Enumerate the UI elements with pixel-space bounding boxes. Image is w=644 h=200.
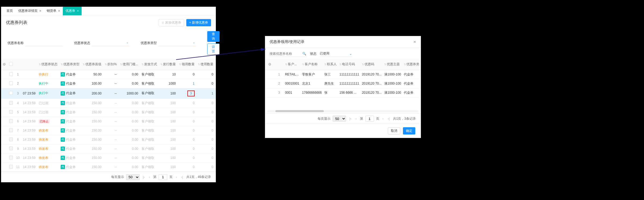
- prev-page-button[interactable]: ‹: [148, 175, 151, 179]
- prev-page-button[interactable]: ‹: [355, 117, 358, 121]
- row-checkbox-cell[interactable]: [8, 135, 14, 144]
- tab-销货单[interactable]: 销货单✕: [44, 7, 63, 15]
- row-checkbox-cell[interactable]: [8, 126, 14, 135]
- claim-link[interactable]: 1: [193, 82, 195, 85]
- row-checkbox-cell[interactable]: [8, 153, 14, 162]
- row-checkbox-cell[interactable]: [8, 99, 14, 108]
- per-page-select[interactable]: 50: [126, 174, 140, 180]
- next-page-button[interactable]: ›: [175, 175, 178, 179]
- column-header[interactable]: ⇅使用数量: [196, 59, 215, 70]
- table-row[interactable]: 1 RETAIL... 零散客户 张三 11111111111 2019120 …: [265, 70, 421, 79]
- row-checkbox-cell[interactable]: [8, 79, 14, 88]
- horizontal-scrollbar[interactable]: [267, 110, 419, 112]
- column-header[interactable]: ⇅使用门槛...: [118, 59, 140, 70]
- chevron-down-icon: ⌄: [349, 52, 352, 56]
- row-checkbox-cell[interactable]: [8, 162, 14, 172]
- checkbox[interactable]: [9, 156, 13, 159]
- row-checkbox-cell[interactable]: [8, 70, 14, 79]
- checkbox[interactable]: [9, 81, 13, 85]
- close-icon[interactable]: ✕: [39, 9, 41, 12]
- settings-button[interactable]: 设置: [207, 43, 220, 55]
- page-input[interactable]: [159, 174, 167, 180]
- column-header[interactable]: ⇅优惠券状态: [37, 59, 59, 70]
- ok-button[interactable]: 确定: [403, 127, 415, 134]
- page-input[interactable]: [365, 116, 374, 122]
- column-label: 优惠码: [365, 62, 374, 66]
- filter-status-select[interactable]: ⌄: [92, 40, 129, 46]
- column-header[interactable]: ⇅电话号码: [338, 59, 360, 70]
- column-header[interactable]: ⇅联系人: [323, 59, 338, 70]
- table-row[interactable]: 1 待执行 代代金券 50.00 -- 0.00 客户领取 10 0 0 ⇱ ▦: [1, 70, 216, 79]
- column-header[interactable]: ⇅发放方式: [140, 59, 159, 70]
- tab-label: 销货单: [47, 9, 56, 13]
- column-header[interactable]: ⇅优惠券类型: [59, 59, 81, 70]
- column-header[interactable]: ⇅领用数量: [177, 59, 196, 70]
- first-page-button[interactable]: |‹: [142, 175, 146, 179]
- checkbox[interactable]: [9, 165, 13, 169]
- gear-column[interactable]: ⚙: [1, 59, 8, 70]
- tab-首页[interactable]: 首页: [4, 7, 16, 15]
- close-icon[interactable]: ✕: [58, 9, 60, 12]
- checkbox[interactable]: [9, 147, 13, 150]
- checkbox[interactable]: [9, 128, 13, 132]
- first-page-button[interactable]: |‹: [348, 117, 352, 121]
- column-header[interactable]: ⇅客户...: [284, 59, 301, 70]
- checkbox[interactable]: [9, 72, 13, 76]
- checkbox[interactable]: [9, 101, 13, 105]
- table-row[interactable]: 4 14 23:59 已过期 代代金券 150.00 -- 0.00 客户领取 …: [1, 99, 216, 108]
- per-page-select[interactable]: 50: [333, 116, 346, 122]
- table-row[interactable]: 2 执行中 代代金券 100.00 -- 0.00 客户领取 1000 1 0 …: [1, 79, 216, 88]
- add-coupon-button[interactable]: + 新增优惠券: [186, 19, 211, 26]
- filter-type-select[interactable]: ⌄: [158, 40, 196, 46]
- distribute-coupon-button[interactable]: ⇪ 发放优惠券: [159, 19, 184, 26]
- column-header[interactable]: ⇅操作: [215, 59, 216, 70]
- modal-status-select[interactable]: 已使用 ⌄: [320, 50, 352, 57]
- use-link[interactable]: 1: [212, 92, 213, 95]
- row-checkbox-cell[interactable]: [8, 108, 14, 117]
- table-row[interactable]: 11 14 23:59 待发布 代代金券 150.00 -- 0.00 客户领取…: [1, 162, 216, 172]
- checkbox[interactable]: [9, 119, 13, 123]
- checkbox[interactable]: [9, 91, 13, 95]
- last-page-button[interactable]: ›|: [180, 175, 184, 179]
- table-row[interactable]: 7 14 23:59 待发布 代代金券 150.00 -- 0.00 客户领取 …: [1, 126, 216, 135]
- close-icon[interactable]: ✕: [413, 40, 416, 44]
- column-header[interactable]: ⇅优惠主题: [383, 59, 402, 70]
- gear-column[interactable]: ⚙: [265, 59, 275, 70]
- tab-优惠券详情页[interactable]: 优惠券详情页✕: [16, 7, 44, 15]
- tab-优惠券[interactable]: 优惠券✕: [63, 7, 82, 15]
- column-header[interactable]: ⇅折扣%: [103, 59, 118, 70]
- checkbox[interactable]: [9, 62, 13, 66]
- next-page-button[interactable]: ›: [381, 117, 385, 121]
- column-header[interactable]: ⇅发行数量: [159, 59, 177, 70]
- row-checkbox-cell[interactable]: [8, 144, 14, 153]
- row-gear: [1, 153, 8, 162]
- checkbox[interactable]: [9, 137, 13, 141]
- checkbox[interactable]: [9, 110, 13, 114]
- last-page-button[interactable]: ›|: [387, 117, 391, 121]
- search-button[interactable]: 查询: [207, 31, 220, 42]
- column-header[interactable]: ⇅优惠码: [361, 59, 383, 70]
- checkbox-column[interactable]: [8, 59, 14, 70]
- table-row[interactable]: 9 14 23:59 待发布 代代金券 150.00 -- 0.00 客户领取 …: [1, 144, 216, 153]
- close-icon[interactable]: ✕: [77, 9, 79, 12]
- row-checkbox-cell[interactable]: [8, 88, 14, 99]
- search-icon[interactable]: 🔍: [302, 52, 306, 56]
- table-row[interactable]: 2 00010001 北京1 唐先生 11111111111 2019120 7…: [265, 79, 421, 88]
- table-row[interactable]: 3 07 23:59 执行中 代代金券 200.00 -- 1000.00 客户…: [1, 88, 216, 99]
- table-row[interactable]: 5 14 23:59 已过期 代代金券 150.00 -- 0.00 客户领取 …: [1, 108, 216, 117]
- filter-name-input[interactable]: [25, 40, 63, 46]
- column-header[interactable]: ⇅客户名称: [301, 59, 323, 70]
- column-header[interactable]: ⇅优惠券面值: [81, 59, 103, 70]
- row-checkbox-cell[interactable]: [8, 117, 14, 126]
- row-actions: ⇱ ▦: [215, 117, 216, 126]
- column-header[interactable]: ⇅优惠券类: [402, 59, 421, 70]
- table-row[interactable]: 10 14 23:59 待发布 代代金券 150.00 -- 0.00 客户领取…: [1, 153, 216, 162]
- claim-link[interactable]: 3: [187, 90, 195, 96]
- scrollbar-thumb[interactable]: [275, 110, 324, 112]
- row-threshold: 0.00: [118, 135, 140, 144]
- table-row[interactable]: 8 14 23:59 待发布 代代金券 150.00 -- 0.00 客户领取 …: [1, 135, 216, 144]
- modal-search-input[interactable]: [270, 50, 307, 57]
- table-row[interactable]: 3 0001 17666666666 张 156 6666 ... 201912…: [265, 88, 421, 97]
- table-row[interactable]: 6 14 23:59 已终止 代代金券 150.00 -- 0.00 客户领取 …: [1, 117, 216, 126]
- cancel-button[interactable]: 取消: [388, 127, 400, 134]
